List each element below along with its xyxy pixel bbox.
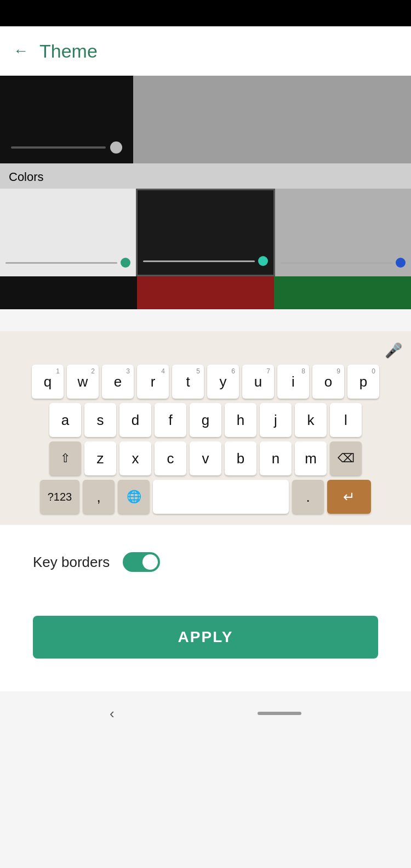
color-slider-2 [143, 256, 268, 266]
key-e[interactable]: e3 [102, 365, 134, 399]
color-slider-track-2 [143, 260, 255, 262]
mic-icon[interactable]: 🎤 [385, 342, 402, 359]
color-block-dark[interactable] [0, 276, 137, 309]
key-l[interactable]: l [330, 403, 362, 437]
key-m[interactable]: m [295, 441, 327, 475]
theme-card-dark[interactable] [0, 76, 133, 163]
keyboard-row-3: ⇧ z x c v b n m ⌫ [49, 441, 362, 475]
key-u[interactable]: u7 [242, 365, 274, 399]
apply-button[interactable]: APPLY [33, 616, 378, 659]
key-k[interactable]: k [295, 403, 327, 437]
apply-section: APPLY [0, 599, 411, 691]
color-row-2 [0, 276, 411, 309]
key-q[interactable]: q1 [32, 365, 64, 399]
color-slider-3 [281, 258, 406, 268]
key-r[interactable]: r4 [137, 365, 169, 399]
key-z[interactable]: z [84, 441, 116, 475]
keyboard-row-4: ?123 , 🌐 . ↵ [40, 480, 371, 514]
key-space[interactable] [153, 480, 289, 514]
color-slider-track-3 [281, 262, 392, 264]
key-borders-label: Key borders [33, 554, 110, 571]
key-c[interactable]: c [155, 441, 186, 475]
bottom-nav: ‹ [0, 691, 411, 735]
key-period[interactable]: . [292, 480, 324, 514]
theme-preview-row [0, 76, 411, 163]
color-card-medium[interactable] [275, 189, 411, 276]
nav-back-button[interactable]: ‹ [110, 705, 115, 722]
colors-label: Colors [0, 163, 411, 189]
key-comma[interactable]: , [83, 480, 115, 514]
key-d[interactable]: d [119, 403, 151, 437]
toggle-thumb [142, 554, 158, 570]
key-f[interactable]: f [155, 403, 186, 437]
header: ← Theme [0, 26, 411, 76]
dark-card-slider [11, 141, 122, 154]
key-numbers[interactable]: ?123 [40, 480, 79, 514]
color-slider-thumb-1 [121, 258, 130, 268]
keyboard-section: 🎤 q1 w2 e3 r4 t5 y6 u7 i8 o9 p0 a s d f … [0, 331, 411, 525]
key-enter[interactable]: ↵ [327, 480, 371, 514]
keyboard: q1 w2 e3 r4 t5 y6 u7 i8 o9 p0 a s d f g … [9, 365, 402, 514]
key-y[interactable]: y6 [207, 365, 239, 399]
key-b[interactable]: b [225, 441, 256, 475]
color-slider-1 [5, 258, 130, 268]
page-title: Theme [39, 41, 98, 62]
color-card-light[interactable] [0, 189, 136, 276]
color-slider-thumb-2 [258, 256, 268, 266]
keyboard-row-1: q1 w2 e3 r4 t5 y6 u7 i8 o9 p0 [32, 365, 379, 399]
keyboard-row-2: a s d f g h j k l [49, 403, 362, 437]
key-borders-toggle[interactable] [123, 552, 160, 572]
key-w[interactable]: w2 [67, 365, 99, 399]
key-borders-row: Key borders [33, 552, 378, 572]
enter-icon: ↵ [343, 489, 355, 506]
key-p[interactable]: p0 [347, 365, 379, 399]
key-i[interactable]: i8 [277, 365, 309, 399]
color-slider-thumb-3 [396, 258, 406, 268]
key-o[interactable]: o9 [312, 365, 344, 399]
slider-thumb [110, 141, 122, 154]
color-block-green[interactable] [274, 276, 411, 309]
key-n[interactable]: n [260, 441, 292, 475]
slider-track [11, 146, 106, 149]
key-g[interactable]: g [190, 403, 221, 437]
key-globe[interactable]: 🌐 [118, 480, 150, 514]
theme-card-light[interactable] [133, 76, 411, 163]
key-s[interactable]: s [84, 403, 116, 437]
status-bar [0, 0, 411, 26]
theme-section: Colors [0, 76, 411, 309]
key-x[interactable]: x [119, 441, 151, 475]
key-t[interactable]: t5 [172, 365, 204, 399]
back-button[interactable]: ← [13, 43, 28, 59]
color-slider-track-1 [5, 262, 117, 264]
color-card-dark-selected[interactable] [136, 189, 275, 276]
key-v[interactable]: v [190, 441, 221, 475]
color-options-row [0, 189, 411, 276]
key-shift[interactable]: ⇧ [49, 441, 81, 475]
key-h[interactable]: h [225, 403, 256, 437]
key-j[interactable]: j [260, 403, 292, 437]
bottom-controls: Key borders [0, 525, 411, 599]
key-backspace[interactable]: ⌫ [330, 441, 362, 475]
nav-home-pill [258, 712, 301, 715]
color-block-red[interactable] [137, 276, 274, 309]
keyboard-top-bar: 🎤 [9, 342, 402, 359]
key-a[interactable]: a [49, 403, 81, 437]
